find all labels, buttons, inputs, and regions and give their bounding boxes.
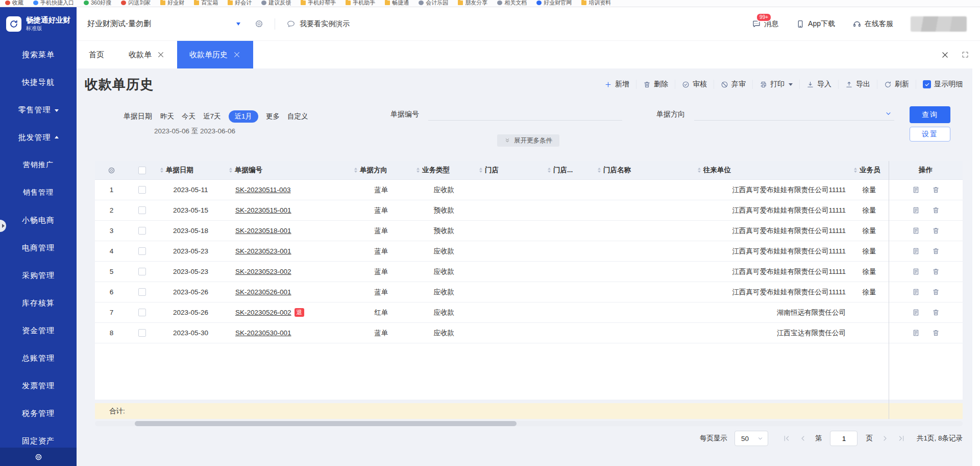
table-row[interactable]: 5 2023-05-23 SK-20230523-002 蓝单 应收款 江西真可… bbox=[95, 262, 963, 282]
messages-button[interactable]: 99+ 消息 bbox=[752, 19, 778, 29]
trash-icon[interactable] bbox=[932, 186, 940, 194]
voucher-icon[interactable] bbox=[912, 186, 920, 194]
query-button[interactable]: 查询 bbox=[910, 106, 950, 123]
sidebar-menu-item[interactable]: 小畅电商 bbox=[0, 206, 77, 234]
col-header-direction[interactable]: 单据方向 bbox=[350, 166, 412, 175]
sidebar-menu-item[interactable]: 税务管理 bbox=[0, 400, 77, 427]
page-size-select[interactable]: 50 bbox=[734, 431, 768, 446]
col-header-doc-no[interactable]: 单据编号 bbox=[225, 166, 350, 175]
bookmark-item[interactable]: 好业财 bbox=[160, 0, 184, 7]
refresh-button[interactable]: 刷新 bbox=[877, 80, 916, 89]
online-support-button[interactable]: 在线客服 bbox=[852, 19, 893, 29]
table-row[interactable]: 4 2023-05-23 SK-20230523-001 蓝单 应收款 江西真可… bbox=[95, 241, 963, 262]
bookmark-item[interactable]: 手机助手 bbox=[346, 0, 375, 7]
demo-link[interactable]: 我要看实例演示 bbox=[286, 19, 350, 29]
tab-close-icon[interactable] bbox=[233, 51, 241, 59]
sidebar-menu-item[interactable]: 电商管理 bbox=[0, 234, 77, 262]
page-tab[interactable]: 收款单历史 bbox=[177, 41, 253, 68]
settings-button[interactable]: 设置 bbox=[910, 127, 950, 142]
sidebar-menu-item[interactable]: 营销推广 bbox=[0, 151, 77, 179]
sidebar-menu-item[interactable]: 发票管理 bbox=[0, 372, 77, 400]
row-checkbox[interactable] bbox=[138, 186, 146, 194]
sidebar-menu-item[interactable]: 批发管理 bbox=[0, 124, 77, 151]
table-row[interactable]: 1 2023-05-11 SK-20230511-003 蓝单 应收款 江西真可… bbox=[95, 180, 963, 200]
sidebar-menu-item[interactable]: 库存核算 bbox=[0, 289, 77, 317]
table-row[interactable]: 7 2023-05-26 SK-20230526-002 退 红单 应收款 湖南… bbox=[95, 302, 963, 323]
trash-icon[interactable] bbox=[932, 227, 940, 235]
sidebar-settings-button[interactable] bbox=[0, 448, 77, 466]
sidebar-menu-item[interactable]: 销售管理 bbox=[0, 179, 77, 206]
delete-button[interactable]: 删除 bbox=[636, 80, 675, 89]
bookmark-item[interactable]: 培训资料 bbox=[581, 0, 611, 7]
col-header-customer[interactable]: 往来单位 bbox=[694, 166, 850, 175]
col-header-biz-type[interactable]: 业务类型 bbox=[412, 166, 475, 175]
bookmark-item[interactable]: 手机好帮手 bbox=[301, 0, 336, 7]
tab-close-icon[interactable] bbox=[157, 51, 165, 59]
bookmark-item[interactable]: 百宝箱 bbox=[194, 0, 218, 7]
horizontal-scrollbar[interactable] bbox=[95, 421, 963, 426]
col-header-store2[interactable]: 门店... bbox=[544, 166, 594, 175]
doc-no-link[interactable]: SK-20230511-003 bbox=[235, 186, 291, 194]
voucher-icon[interactable] bbox=[912, 309, 920, 316]
voucher-icon[interactable] bbox=[912, 206, 920, 214]
date-filter-pill[interactable]: 昨天 bbox=[160, 112, 174, 121]
bookmark-item[interactable]: 畅捷通 bbox=[385, 0, 409, 7]
voucher-icon[interactable] bbox=[912, 268, 920, 275]
voucher-icon[interactable] bbox=[912, 227, 920, 235]
row-checkbox[interactable] bbox=[138, 206, 146, 214]
last-page-icon[interactable] bbox=[897, 434, 905, 442]
page-number-input[interactable] bbox=[830, 431, 857, 446]
table-row[interactable]: 3 2023-05-18 SK-20230518-001 蓝单 预收款 江西真可… bbox=[95, 221, 963, 241]
direction-select[interactable] bbox=[694, 107, 894, 121]
doc-no-link[interactable]: SK-20230515-001 bbox=[235, 206, 291, 214]
bookmark-item[interactable]: 会计乐园 bbox=[419, 0, 448, 7]
doc-no-input[interactable] bbox=[428, 107, 622, 120]
sidebar-menu-item[interactable]: 总账管理 bbox=[0, 344, 77, 372]
trash-icon[interactable] bbox=[932, 206, 940, 214]
col-header-store[interactable]: 门店 bbox=[475, 166, 544, 175]
expand-more-button[interactable]: 展开更多条件 bbox=[497, 134, 559, 147]
trash-icon[interactable] bbox=[932, 329, 940, 337]
add-button[interactable]: 新增 bbox=[598, 80, 636, 89]
table-row[interactable]: 8 2023-05-30 SK-20230530-001 蓝单 应收款 江西宝达… bbox=[95, 323, 963, 343]
import-button[interactable]: 导入 bbox=[800, 80, 839, 89]
column-settings-gear-icon[interactable] bbox=[95, 167, 128, 174]
bookmark-item[interactable]: 360好搜 bbox=[84, 0, 111, 7]
row-checkbox[interactable] bbox=[138, 288, 146, 296]
voucher-icon[interactable] bbox=[912, 329, 920, 337]
header-settings-gear-icon[interactable] bbox=[255, 19, 263, 28]
print-button[interactable]: 打印 bbox=[753, 80, 800, 89]
doc-no-link[interactable]: SK-20230518-001 bbox=[235, 227, 291, 235]
audit-button[interactable]: 审核 bbox=[675, 80, 714, 89]
show-detail-togg[interactable]: 显示明细 bbox=[916, 80, 963, 89]
bookmark-item[interactable]: 好会计 bbox=[228, 0, 252, 7]
close-all-tabs-icon[interactable] bbox=[941, 51, 949, 59]
date-filter-pill[interactable]: 自定义 bbox=[287, 112, 308, 121]
row-checkbox[interactable] bbox=[138, 227, 146, 235]
date-filter-pill[interactable]: 近1月 bbox=[229, 110, 259, 123]
trash-icon[interactable] bbox=[932, 288, 940, 296]
account-select[interactable]: 好业财测试-量勿删 bbox=[87, 19, 240, 29]
bookmark-item[interactable]: 建议反馈 bbox=[261, 0, 291, 7]
doc-no-link[interactable]: SK-20230530-001 bbox=[235, 329, 291, 337]
show-detail-checkbox[interactable] bbox=[923, 80, 931, 88]
first-page-icon[interactable] bbox=[782, 434, 791, 442]
sidebar-menu-item[interactable]: 采购管理 bbox=[0, 262, 77, 289]
prev-page-icon[interactable] bbox=[799, 434, 807, 442]
voucher-icon[interactable] bbox=[912, 288, 920, 296]
fullscreen-icon[interactable] bbox=[962, 51, 969, 58]
date-filter-pill[interactable]: 近7天 bbox=[203, 112, 221, 121]
bookmark-item[interactable]: 好业财官网 bbox=[536, 0, 572, 7]
app-download-button[interactable]: App下载 bbox=[796, 19, 835, 29]
bookmark-item[interactable]: 相关文档 bbox=[497, 0, 527, 7]
row-checkbox[interactable] bbox=[138, 247, 146, 255]
doc-no-link[interactable]: SK-20230523-002 bbox=[235, 268, 291, 275]
trash-icon[interactable] bbox=[932, 309, 940, 316]
voucher-icon[interactable] bbox=[912, 247, 920, 255]
export-button[interactable]: 导出 bbox=[839, 80, 877, 89]
table-row[interactable]: 6 2023-05-26 SK-20230526-001 蓝单 应收款 江西真可… bbox=[95, 282, 963, 302]
doc-no-link[interactable]: SK-20230526-001 bbox=[235, 288, 291, 296]
col-header-date[interactable]: 单据日期 bbox=[156, 166, 225, 175]
bookmark-item[interactable]: 朋友分享 bbox=[458, 0, 487, 7]
next-page-icon[interactable] bbox=[881, 434, 889, 442]
